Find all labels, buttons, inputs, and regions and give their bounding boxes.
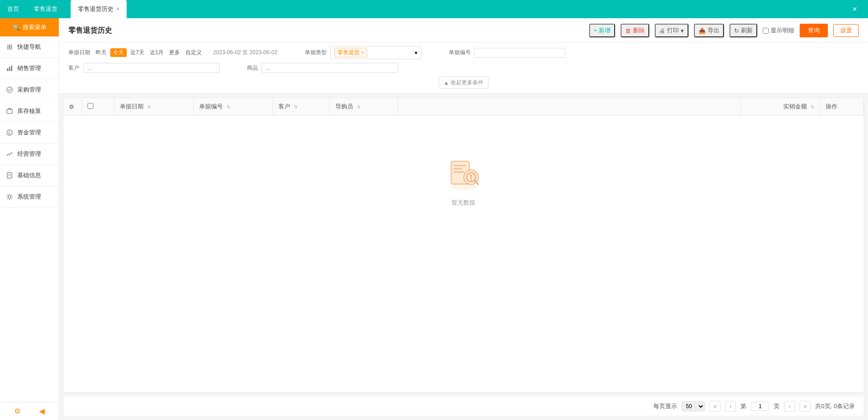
last-page-button[interactable]: » xyxy=(800,401,811,412)
filter-area: 单据日期 昨天 今天 近7天 近1月 更多 自定义 2023-06-02 至 2… xyxy=(59,42,868,94)
sidebar-item-operations[interactable]: 经营管理 xyxy=(0,143,59,165)
print-button[interactable]: 🖨 打印 ▾ xyxy=(655,24,688,37)
sidebar-item-inventory[interactable]: 库存核算 xyxy=(0,101,59,122)
voucher-no-input[interactable] xyxy=(474,48,565,58)
date-btn-7days[interactable]: 近7天 xyxy=(128,48,146,57)
tab-retail-return-label: 零售退货 xyxy=(34,5,57,13)
customer-input[interactable] xyxy=(83,63,220,73)
table-col-guide-label: 导购员 xyxy=(335,103,353,110)
inventory-icon xyxy=(5,107,14,115)
sidebar-item-sales-mgmt[interactable]: 销售管理 xyxy=(0,58,59,79)
sidebar-nav: ⊞ 快捷导航 销售管理 采购管理 库存核算 xyxy=(0,36,59,402)
table-col-guide[interactable]: 导购员 ⇅ xyxy=(330,98,398,116)
settings-button[interactable]: 设置 xyxy=(833,24,859,37)
refresh-button[interactable]: ↻ 刷新 xyxy=(729,24,757,37)
sidebar-item-operations-label: 经营管理 xyxy=(17,150,41,158)
table-body: 暂无数据 xyxy=(63,116,864,244)
date-btn-more[interactable]: 更多 xyxy=(167,48,182,57)
sidebar-item-basic-info-label: 基础信息 xyxy=(17,171,41,179)
tab-retail-return[interactable]: 零售退货 × xyxy=(26,0,71,18)
voucher-no-sort-icon: ⇅ xyxy=(226,104,230,109)
sidebar-item-system-label: 系统管理 xyxy=(17,193,41,201)
voucher-type-filter-group: 单据类型 零售退货 × ▾ xyxy=(305,46,421,59)
empty-state: 暂无数据 xyxy=(63,116,864,243)
voucher-type-tag: 零售退货 × xyxy=(334,48,367,57)
sidebar-item-finance[interactable]: $ 资金管理 xyxy=(0,122,59,143)
sidebar-search[interactable]: 🔍 搜索菜单 xyxy=(0,18,59,36)
tab-retail-return-history[interactable]: 零售退货历史 × xyxy=(71,0,127,18)
collapse-icon: ▲ xyxy=(444,80,449,86)
tab-retail-return-history-close[interactable]: × xyxy=(116,6,119,12)
page-header: 零售退货历史 + 新增 🗑 删除 🖨 打印 ▾ 📤 导出 xyxy=(59,18,868,42)
per-page-select[interactable]: 50 100 200 xyxy=(682,401,705,411)
prev-page-button[interactable]: ‹ xyxy=(725,401,736,412)
delete-button[interactable]: 🗑 删除 xyxy=(621,24,649,37)
sidebar-item-system-mgmt[interactable]: 系统管理 xyxy=(0,186,59,208)
table-col-customer[interactable]: 客户 ⇅ xyxy=(273,98,330,116)
customer-label: 客户 xyxy=(68,64,79,72)
goods-input[interactable] xyxy=(262,63,398,73)
sales-icon xyxy=(5,64,14,72)
goods-label: 商品 xyxy=(247,64,258,72)
table-select-all[interactable] xyxy=(87,103,93,109)
sidebar-item-quick-nav[interactable]: ⊞ 快捷导航 xyxy=(0,36,59,58)
first-page-button[interactable]: « xyxy=(709,401,720,412)
date-btn-today[interactable]: 今天 xyxy=(110,48,127,57)
voucher-type-tag-close[interactable]: × xyxy=(361,50,364,55)
sidebar-item-quick-nav-label: 快捷导航 xyxy=(17,43,41,51)
sidebar-search-label: 搜索菜单 xyxy=(23,23,46,31)
refresh-icon: ↻ xyxy=(734,27,739,34)
date-btn-yesterday[interactable]: 昨天 xyxy=(94,48,108,57)
sidebar-item-purchase-label: 采购管理 xyxy=(17,86,41,94)
guide-sort-icon: ⇅ xyxy=(357,104,360,109)
table-col-voucher-no-label: 单据编号 xyxy=(199,103,223,110)
add-button[interactable]: + 新增 xyxy=(589,24,615,37)
filter-row-2: 客户 商品 xyxy=(68,63,859,73)
svg-rect-13 xyxy=(453,165,466,166)
voucher-type-dropdown-icon: ▾ xyxy=(415,50,417,56)
table-col-operation: 操作 xyxy=(820,98,864,116)
table-col-actual-amount[interactable]: 实销金额 ⇅ xyxy=(740,98,820,116)
sidebar-item-purchase-mgmt[interactable]: 采购管理 xyxy=(0,79,59,101)
date-btn-1month[interactable]: 近1月 xyxy=(148,48,166,57)
export-button[interactable]: 📤 导出 xyxy=(694,24,724,37)
show-detail-checkbox[interactable]: 显示明细 xyxy=(763,26,794,35)
quick-nav-icon: ⊞ xyxy=(5,43,14,51)
table-col-date[interactable]: 单据日期 ⇅ xyxy=(114,98,193,116)
table-col-checkbox[interactable] xyxy=(82,98,114,116)
date-display-group: 2023-06-02 至 2023-06-02 xyxy=(213,49,277,56)
voucher-no-filter-group: 单据编号 xyxy=(449,48,565,58)
table-col-settings[interactable]: ⚙ xyxy=(63,98,82,116)
pagination: 每页显示 50 100 200 « ‹ 第 页 › » 共0页, 0条记录 xyxy=(63,396,864,416)
delete-icon: 🗑 xyxy=(625,27,631,34)
table-header: ⚙ 单据日期 ⇅ 单据编号 ⇅ xyxy=(63,98,864,116)
collapse-sidebar-icon[interactable]: ◀ xyxy=(39,407,45,415)
table-col-actual-amount-label: 实销金额 xyxy=(783,103,807,110)
window-close-button[interactable]: × xyxy=(848,3,861,16)
svg-point-10 xyxy=(8,195,11,198)
tab-retail-return-close[interactable]: × xyxy=(60,6,63,12)
table-settings-icon[interactable]: ⚙ xyxy=(69,103,74,110)
voucher-type-select[interactable]: 零售退货 × ▾ xyxy=(330,46,421,59)
table-col-spacer xyxy=(398,98,741,116)
export-label: 导出 xyxy=(708,26,719,35)
query-button[interactable]: 查询 xyxy=(800,24,828,37)
svg-text:$: $ xyxy=(8,131,10,135)
sidebar-item-basic-info[interactable]: 基础信息 xyxy=(0,165,59,186)
settings-icon[interactable]: ⚙ xyxy=(14,407,21,415)
tab-retail-return-history-label: 零售退货历史 xyxy=(78,5,113,13)
next-page-button[interactable]: › xyxy=(784,401,795,412)
show-detail-input[interactable] xyxy=(763,28,769,34)
table-col-voucher-no[interactable]: 单据编号 ⇅ xyxy=(194,98,273,116)
total-label: 共0页, 0条记录 xyxy=(815,402,855,410)
svg-rect-4 xyxy=(7,109,12,113)
empty-text: 暂无数据 xyxy=(452,199,475,207)
tab-home[interactable]: 首页 xyxy=(0,0,26,18)
page-input[interactable] xyxy=(751,402,769,411)
collapse-filters-button[interactable]: ▲ 收起更多条件 xyxy=(439,77,489,89)
sidebar: 🔍 搜索菜单 ⊞ 快捷导航 销售管理 采购管理 xyxy=(0,18,59,420)
svg-rect-0 xyxy=(7,68,8,71)
operations-icon xyxy=(5,150,14,158)
date-sort-icon: ⇅ xyxy=(147,104,151,109)
date-btn-custom[interactable]: 自定义 xyxy=(184,48,204,57)
